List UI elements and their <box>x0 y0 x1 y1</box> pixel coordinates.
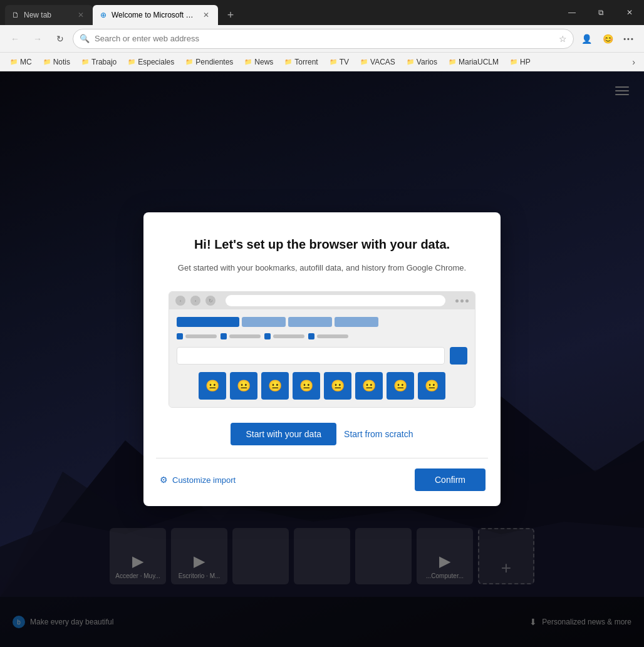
new-tab-button[interactable]: + <box>221 5 241 25</box>
folder-icon: 📁 <box>449 58 456 65</box>
folder-icon: 📁 <box>81 58 89 65</box>
bookmark-label-torrent: Torrent <box>294 58 318 66</box>
modal-choice-row: Start with your data Start from scratch <box>143 408 501 445</box>
address-bar[interactable]: 🔍 ☆ <box>73 29 574 49</box>
preview-bm-icon-1 <box>177 333 183 339</box>
restore-button[interactable]: ⧉ <box>586 3 615 23</box>
bookmark-tv[interactable]: 📁 TV <box>325 56 354 68</box>
bookmarks-more-button[interactable]: › <box>628 55 639 69</box>
bookmark-mariauclm[interactable]: 📁 MariaUCLM <box>444 56 504 68</box>
bookmark-news[interactable]: 📁 News <box>239 56 278 68</box>
address-input[interactable] <box>95 34 554 43</box>
folder-icon: 📁 <box>128 58 135 65</box>
preview-bookmarks <box>177 333 467 339</box>
bookmark-label-especiales: Especiales <box>138 58 174 66</box>
more-button[interactable]: ••• <box>619 29 639 49</box>
bookmark-label-varios: Varios <box>417 58 437 66</box>
preview-tab-4 <box>335 317 378 327</box>
preview-bm-icon-3 <box>264 333 271 339</box>
preview-dot-3 <box>465 299 469 303</box>
modal-subtitle: Get started with your bookmarks, autofil… <box>169 262 475 274</box>
folder-icon: 📁 <box>43 58 51 65</box>
preview-dot-2 <box>460 299 464 303</box>
preview-avatar-5: 😐 <box>324 372 351 400</box>
bookmark-varios[interactable]: 📁 Varios <box>402 56 442 68</box>
preview-titlebar: ‹ › ↻ <box>169 292 475 309</box>
folder-icon: 📁 <box>244 58 252 65</box>
preview-bm-2 <box>221 333 261 339</box>
preview-bm-text-2 <box>229 334 261 338</box>
modal-title: Hi! Let's set up the browser with your d… <box>169 237 475 252</box>
gear-icon: ⚙ <box>158 475 169 485</box>
emoji-button[interactable]: 😊 <box>598 29 618 49</box>
favorite-icon[interactable]: ☆ <box>559 34 567 44</box>
bookmark-label-hp: HP <box>520 58 531 66</box>
preview-avatar-8: 😐 <box>418 372 445 400</box>
preview-bm-text-1 <box>185 334 217 338</box>
preview-avatar-7: 😐 <box>387 372 414 400</box>
modal-overlay: Hi! Let's set up the browser with your d… <box>0 71 644 647</box>
back-button[interactable]: ← <box>5 29 25 49</box>
tab-new-tab[interactable]: 🗋 New tab ✕ <box>5 5 93 25</box>
bookmark-especiales[interactable]: 📁 Especiales <box>123 56 179 68</box>
tab-favicon-new: 🗋 <box>11 11 20 19</box>
tab-favicon-edge: ⊕ <box>99 11 108 19</box>
customize-import-link[interactable]: ⚙ Customize import <box>158 475 236 485</box>
modal-body: Hi! Let's set up the browser with your d… <box>143 212 501 408</box>
toolbar-right: 👤 😊 ••• <box>576 29 639 49</box>
bookmark-mc[interactable]: 📁 MC <box>5 56 37 68</box>
preview-bm-4 <box>308 333 348 339</box>
refresh-button[interactable]: ↻ <box>50 29 70 49</box>
window-controls: — ⧉ ✕ <box>558 0 644 25</box>
preview-bm-icon-4 <box>308 333 314 339</box>
preview-address-bar <box>226 295 445 306</box>
bookmark-trabajo[interactable]: 📁 Trabajo <box>76 56 122 68</box>
preview-tab-2 <box>242 317 286 327</box>
bookmark-label-vacas: VACAS <box>370 58 395 66</box>
bookmark-label-trabajo: Trabajo <box>91 58 117 66</box>
toolbar: ← → ↻ 🔍 ☆ 👤 😊 ••• <box>0 25 644 53</box>
tab-bar: 🗋 New tab ✕ ⊕ Welcome to Microsoft Edge … <box>0 0 558 25</box>
close-button[interactable]: ✕ <box>615 3 644 23</box>
preview-avatars: 😐 😐 😐 😐 😐 😐 😐 😐 <box>177 372 467 400</box>
preview-back-icon: ‹ <box>175 296 185 306</box>
bookmark-notis[interactable]: 📁 Notis <box>38 56 75 68</box>
folder-icon: 📁 <box>510 58 517 65</box>
bookmark-label-tv: TV <box>340 58 349 66</box>
bookmark-pendientes[interactable]: 📁 Pendientes <box>180 56 238 68</box>
search-icon: 🔍 <box>80 34 90 43</box>
preview-tab-bar <box>177 317 467 327</box>
folder-icon: 📁 <box>407 58 414 65</box>
bookmark-torrent[interactable]: 📁 Torrent <box>279 56 323 68</box>
preview-bm-3 <box>264 333 304 339</box>
minimize-button[interactable]: — <box>558 3 586 23</box>
preview-tab-1 <box>177 317 239 327</box>
profile-button[interactable]: 👤 <box>576 29 596 49</box>
tab-close-edge[interactable]: ✕ <box>200 9 212 21</box>
tab-edge[interactable]: ⊕ Welcome to Microsoft Edge Bet... ✕ <box>93 5 218 25</box>
tab-close-new[interactable]: ✕ <box>75 9 86 21</box>
folder-icon: 📁 <box>284 58 292 65</box>
start-with-data-button[interactable]: Start with your data <box>231 423 336 445</box>
title-bar: 🗋 New tab ✕ ⊕ Welcome to Microsoft Edge … <box>0 0 644 25</box>
preview-dot-1 <box>455 299 459 303</box>
preview-bm-text-4 <box>317 334 348 338</box>
modal-footer: ⚙ Customize import Confirm <box>143 458 501 506</box>
preview-content: 😐 😐 😐 😐 😐 😐 😐 😐 <box>169 309 475 407</box>
preview-search-button <box>450 347 467 365</box>
forward-button[interactable]: → <box>28 29 48 49</box>
browser-preview: ‹ › ↻ <box>169 291 475 408</box>
tab-title-new: New tab <box>24 11 71 19</box>
start-from-scratch-button[interactable]: Start from scratch <box>344 429 413 439</box>
preview-refresh-icon: ↻ <box>205 296 216 306</box>
bookmark-label-pendientes: Pendientes <box>195 58 233 66</box>
preview-bm-1 <box>177 333 217 339</box>
folder-icon: 📁 <box>185 58 193 65</box>
bookmark-vacas[interactable]: 📁 VACAS <box>355 56 400 68</box>
confirm-button[interactable]: Confirm <box>415 468 486 491</box>
bookmark-hp[interactable]: 📁 HP <box>505 56 536 68</box>
preview-search-area <box>177 347 467 365</box>
preview-menu-dots <box>455 299 469 303</box>
bookmark-label-news: News <box>254 58 273 66</box>
preview-search-bar <box>177 347 445 365</box>
